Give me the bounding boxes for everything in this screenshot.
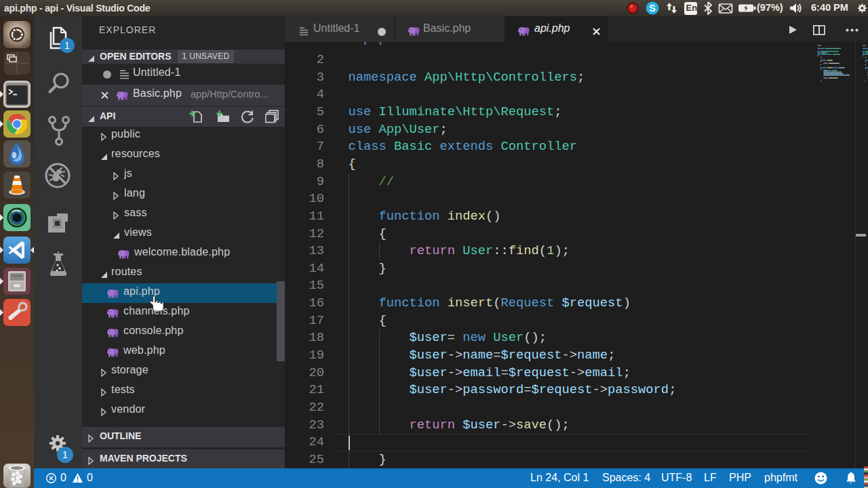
svg-text:S: S [649,3,655,14]
